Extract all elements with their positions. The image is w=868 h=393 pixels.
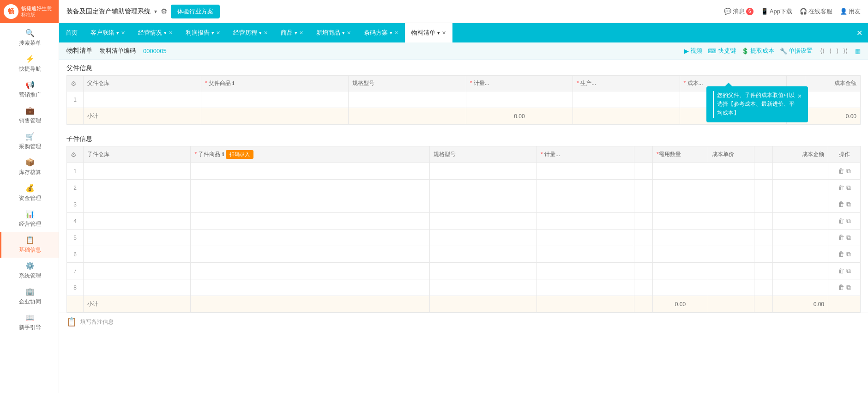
video-btn[interactable]: ▶ 视频 (684, 47, 702, 55)
sidebar-item-search[interactable]: 🔍 搜索菜单 (0, 25, 59, 51)
settings-icon[interactable]: ⚙ (161, 7, 167, 16)
child-row-1-unit[interactable] (537, 163, 634, 180)
note-icon[interactable]: 📋 (66, 317, 77, 327)
child-row-4-goods[interactable] (191, 213, 429, 230)
tab-barcode[interactable]: 条码方案 ▾ ✕ (357, 23, 405, 42)
child-row-6-warehouse[interactable] (84, 246, 191, 263)
single-settings-btn[interactable]: 🔧 单据设置 (780, 47, 813, 55)
child-row-5-unit-cost[interactable] (708, 230, 754, 246)
child-row-7-spec[interactable] (429, 263, 536, 279)
tab-close-bom[interactable]: ✕ (442, 30, 446, 36)
tab-arrow-history[interactable]: ▾ (259, 30, 262, 36)
sidebar-item-guide[interactable]: 📖 新手引导 (0, 309, 59, 335)
child-row-1-delete-icon[interactable]: 🗑 (838, 167, 844, 175)
child-row-1-spec[interactable] (429, 163, 536, 180)
child-row-5-qty[interactable] (653, 230, 708, 246)
tab-goods[interactable]: 商品 ▾ ✕ (274, 23, 310, 42)
child-row-8-qty[interactable] (653, 279, 708, 296)
child-row-2-qty[interactable] (653, 180, 708, 196)
trial-button[interactable]: 体验行业方案 (171, 5, 220, 18)
parent-th-settings[interactable]: ⚙ (67, 76, 84, 91)
tab-arrow-goods[interactable]: ▾ (295, 30, 297, 36)
tooltip-close-btn[interactable]: × (798, 91, 802, 101)
child-row-7-warehouse[interactable] (84, 263, 191, 279)
tab-arrow-barcode[interactable]: ▾ (390, 30, 392, 36)
tab-close-history[interactable]: ✕ (264, 30, 268, 36)
parent-row-1-goods[interactable] (201, 91, 348, 108)
nav-next-last[interactable]: ⟩⟩ (841, 46, 850, 55)
child-row-6-spec[interactable] (429, 246, 536, 263)
parent-gear-icon[interactable]: ⚙ (71, 80, 77, 87)
child-row-3-spec[interactable] (429, 196, 536, 213)
user-menu[interactable]: 👤 用友 (840, 7, 861, 16)
child-row-3-unit-cost[interactable] (708, 196, 754, 213)
child-row-3-unit[interactable] (537, 196, 634, 213)
child-row-1-qty[interactable] (653, 163, 708, 180)
tab-history[interactable]: 经营历程 ▾ ✕ (227, 23, 274, 42)
online-service-btn[interactable]: 🎧 在线客服 (800, 7, 832, 16)
sidebar-item-enterprise[interactable]: 🏢 企业协同 (0, 284, 59, 309)
child-row-2-warehouse[interactable] (84, 180, 191, 196)
nav-next[interactable]: ⟩ (834, 46, 840, 55)
child-row-8-spec[interactable] (429, 279, 536, 296)
child-row-5-unit[interactable] (537, 230, 634, 246)
child-row-7-goods[interactable] (191, 263, 429, 279)
app-download-btn[interactable]: 📱 App下载 (761, 7, 792, 16)
tab-arrow-bom[interactable]: ▾ (437, 30, 440, 36)
child-row-8-unit-cost[interactable] (708, 279, 754, 296)
child-row-5-warehouse[interactable] (84, 230, 191, 246)
child-row-6-copy-icon[interactable]: ⧉ (846, 250, 851, 258)
child-row-3-copy-icon[interactable]: ⧉ (846, 200, 851, 208)
nav-prev-first[interactable]: ⟨⟨ (818, 46, 826, 55)
scan-button[interactable]: 扫码录入 (226, 150, 253, 159)
grid-view-btn[interactable]: ▦ (855, 48, 861, 54)
shortcut-btn[interactable]: ⌨ 快捷键 (708, 47, 736, 55)
tab-customer[interactable]: 客户联络 ▾ ✕ (84, 23, 132, 42)
parent-row-1-spec[interactable] (348, 91, 466, 108)
note-label[interactable]: 填写备注信息 (80, 318, 114, 326)
tab-arrow-operations[interactable]: ▾ (164, 30, 167, 36)
tab-close-new-goods[interactable]: ✕ (347, 30, 351, 36)
child-row-6-unit-cost[interactable] (708, 246, 754, 263)
child-row-4-unit[interactable] (537, 213, 634, 230)
child-row-2-copy-icon[interactable]: ⧉ (846, 184, 851, 192)
child-row-6-goods[interactable] (191, 246, 429, 263)
child-row-5-goods[interactable] (191, 230, 429, 246)
sidebar-item-operations[interactable]: 📊 经营管理 (0, 206, 59, 232)
tab-close-barcode[interactable]: ✕ (394, 30, 398, 36)
child-gear-icon[interactable]: ⚙ (71, 151, 77, 158)
child-row-7-copy-icon[interactable]: ⧉ (846, 267, 851, 275)
child-row-7-delete-icon[interactable]: 🗑 (838, 267, 844, 275)
tab-close-operations[interactable]: ✕ (169, 30, 173, 36)
child-row-5-delete-icon[interactable]: 🗑 (838, 234, 844, 242)
sidebar-item-quick-nav[interactable]: ⚡ 快捷导航 (0, 51, 59, 77)
message-btn[interactable]: 💬 消息 6 (724, 7, 753, 16)
parent-row-1-production[interactable] (573, 91, 680, 108)
child-row-3-warehouse[interactable] (84, 196, 191, 213)
child-row-5-spec[interactable] (429, 230, 536, 246)
tab-bom[interactable]: 物料清单 ▾ ✕ (405, 23, 452, 42)
tab-arrow-profit[interactable]: ▾ (211, 30, 214, 36)
tab-arrow-new-goods[interactable]: ▾ (342, 30, 345, 36)
tab-profit[interactable]: 利润报告 ▾ ✕ (179, 23, 227, 42)
child-row-7-unit[interactable] (537, 263, 634, 279)
child-row-1-warehouse[interactable] (84, 163, 191, 180)
child-row-7-qty[interactable] (653, 263, 708, 279)
sidebar-item-sales[interactable]: 💼 销售管理 (0, 103, 59, 128)
child-row-2-delete-icon[interactable]: 🗑 (838, 184, 844, 192)
sidebar-item-purchase[interactable]: 🛒 采购管理 (0, 128, 59, 154)
sidebar-item-system[interactable]: ⚙️ 系统管理 (0, 258, 59, 284)
child-row-3-qty[interactable] (653, 196, 708, 213)
tab-operations[interactable]: 经营情况 ▾ ✕ (132, 23, 179, 42)
parent-row-1-warehouse[interactable] (84, 91, 201, 108)
child-row-6-unit[interactable] (537, 246, 634, 263)
tab-home[interactable]: 首页 (59, 23, 84, 42)
child-row-7-unit-cost[interactable] (708, 263, 754, 279)
child-row-3-delete-icon[interactable]: 🗑 (838, 200, 844, 208)
child-row-3-goods[interactable] (191, 196, 429, 213)
child-row-4-copy-icon[interactable]: ⧉ (846, 217, 851, 225)
child-row-4-qty[interactable] (653, 213, 708, 230)
child-row-1-copy-icon[interactable]: ⧉ (846, 167, 851, 175)
tab-close-customer[interactable]: ✕ (121, 30, 125, 36)
child-row-6-qty[interactable] (653, 246, 708, 263)
